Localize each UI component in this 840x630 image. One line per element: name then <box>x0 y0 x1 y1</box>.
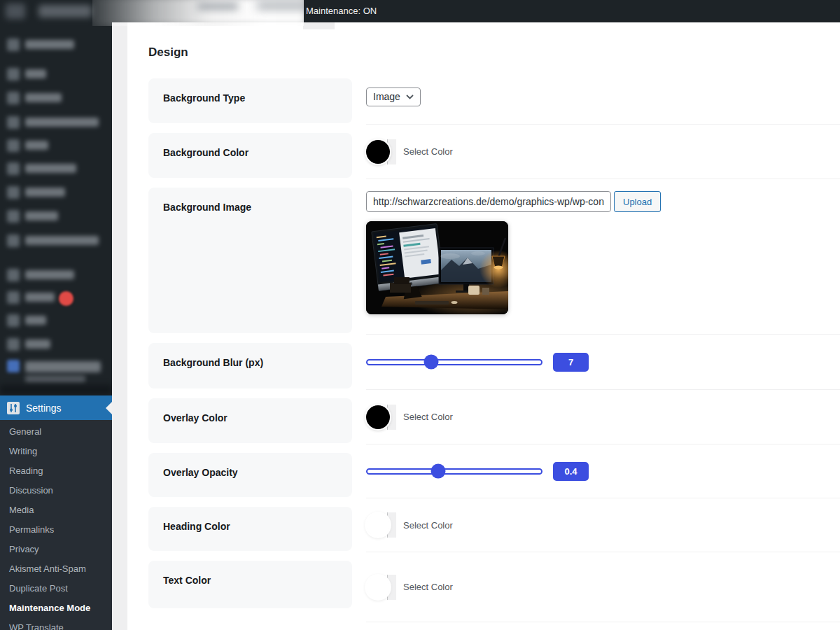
background-type-select[interactable]: Image <box>366 88 421 106</box>
upload-button[interactable]: Upload <box>614 191 661 212</box>
menu-label <box>25 361 101 372</box>
submenu-item-writing[interactable]: Writing <box>0 442 112 461</box>
setting-row-overlay-opacity: Overlay Opacity 0.4 <box>148 444 840 498</box>
menu-label <box>25 340 50 349</box>
menu-icon <box>7 291 20 304</box>
menu-label <box>25 118 99 127</box>
redacted-menu-item[interactable] <box>0 338 112 352</box>
submenu-item-discussion[interactable]: Discussion <box>0 481 112 500</box>
menu-label <box>25 316 46 325</box>
redacted-menu-item[interactable] <box>0 210 112 224</box>
select-color-label: Select Color <box>403 146 453 157</box>
slider-thumb[interactable] <box>431 464 446 479</box>
redacted-menu-item[interactable] <box>0 360 112 374</box>
redaction-smudge <box>257 1 304 10</box>
settings-submenu: General Writing Reading Discussion Media… <box>0 420 112 630</box>
select-color-label: Select Color <box>403 520 453 531</box>
menu-icon <box>7 314 20 327</box>
sidebar-item-label: Settings <box>26 402 62 414</box>
menu-icon <box>7 210 20 223</box>
slider-track[interactable] <box>366 468 542 475</box>
redacted-menu-item[interactable] <box>0 314 112 328</box>
maintenance-status[interactable]: Maintenance: ON <box>306 0 377 22</box>
redaction-smudge <box>0 385 112 395</box>
menu-label <box>25 40 74 49</box>
submenu-item-permalinks[interactable]: Permalinks <box>0 520 112 540</box>
redacted-menu-item[interactable] <box>0 38 112 52</box>
setting-row-background-color: Background Color Select Color <box>148 125 840 179</box>
redacted-menu-item[interactable] <box>0 291 112 305</box>
menu-icon <box>7 116 20 129</box>
sidebar-item-settings[interactable]: Settings <box>0 396 112 420</box>
submenu-item-general[interactable]: General <box>0 422 112 442</box>
setting-row-heading-color: Heading Color Select Color <box>148 498 840 552</box>
redacted-menu-item[interactable] <box>0 162 112 176</box>
redacted-menu-item[interactable] <box>0 139 112 153</box>
redacted-menu-item[interactable] <box>0 186 112 200</box>
redaction-smudge <box>197 3 238 10</box>
current-item-arrow <box>99 402 112 414</box>
admin-menu: Settings General Writing Reading Discuss… <box>0 22 112 630</box>
menu-label <box>25 188 65 197</box>
setting-row-text-color: Text Color Select Color <box>148 552 840 622</box>
slider-thumb[interactable] <box>424 355 438 370</box>
menu-label <box>25 93 62 102</box>
background-image-preview <box>366 221 508 314</box>
submenu-item-akismet[interactable]: Akismet Anti-Spam <box>0 559 112 579</box>
setting-row-background-image: Background Image Upload <box>148 179 840 335</box>
content-gutter <box>112 22 127 630</box>
redacted-adminbar-region <box>92 0 304 26</box>
submenu-item-maintenance-mode[interactable]: Maintenance Mode <box>0 598 112 618</box>
menu-label <box>25 270 74 279</box>
wp-logo-icon[interactable] <box>6 4 25 19</box>
setting-row-overlay-color: Overlay Color Select Color <box>148 390 840 444</box>
menu-icon <box>7 92 20 104</box>
submenu-item-reading[interactable]: Reading <box>0 461 112 481</box>
menu-icon <box>7 269 20 281</box>
setting-label: Overlay Opacity <box>148 453 352 497</box>
page-title: Design <box>148 46 840 59</box>
menu-label <box>25 375 85 383</box>
plugin-icon <box>7 360 20 372</box>
text-color-picker-button[interactable]: Select Color <box>366 575 453 600</box>
redacted-adminbar-item[interactable] <box>38 5 92 18</box>
background-image-url-input[interactable] <box>366 191 611 212</box>
overlay-color-picker-button[interactable]: Select Color <box>366 405 453 430</box>
menu-icon <box>7 186 20 199</box>
settings-panel: Design Background Type Image Background … <box>127 22 840 630</box>
adminbar-tab <box>303 22 335 29</box>
menu-icon <box>7 38 20 51</box>
slider-value-badge: 7 <box>553 353 589 372</box>
slider-value-badge: 0.4 <box>553 462 589 481</box>
menu-icon <box>7 338 20 351</box>
color-swatch <box>366 513 390 537</box>
setting-row-background-blur: Background Blur (px) 7 <box>148 335 840 390</box>
submenu-item-duplicate-post[interactable]: Duplicate Post <box>0 579 112 598</box>
redacted-menu-item[interactable] <box>0 92 112 106</box>
settings-icon <box>7 402 20 414</box>
slider-track[interactable] <box>366 359 542 365</box>
background-color-picker-button[interactable]: Select Color <box>366 139 453 164</box>
redacted-menu-item[interactable] <box>0 68 112 82</box>
redacted-menu-item[interactable] <box>0 234 112 248</box>
notification-badge <box>59 291 74 306</box>
submenu-item-wp-translate[interactable]: WP Translate <box>0 618 112 630</box>
redacted-menu-item[interactable] <box>0 116 112 130</box>
menu-label <box>25 293 55 302</box>
color-swatch <box>366 140 390 164</box>
select-value: Image <box>373 91 400 102</box>
desk-photo <box>366 221 508 314</box>
color-swatch <box>366 575 390 599</box>
submenu-item-media[interactable]: Media <box>0 500 112 520</box>
setting-label: Background Type <box>148 78 352 123</box>
submenu-item-privacy[interactable]: Privacy <box>0 540 112 559</box>
menu-icon <box>7 68 20 80</box>
menu-label <box>25 211 58 220</box>
setting-row-background-type: Background Type Image <box>148 70 840 125</box>
heading-color-picker-button[interactable]: Select Color <box>366 512 453 538</box>
menu-icon <box>7 234 20 247</box>
admin-top-bar: Maintenance: ON <box>0 0 840 22</box>
setting-label: Overlay Color <box>148 398 352 443</box>
redacted-menu-item[interactable] <box>0 269 112 283</box>
chevron-down-icon <box>406 94 414 99</box>
